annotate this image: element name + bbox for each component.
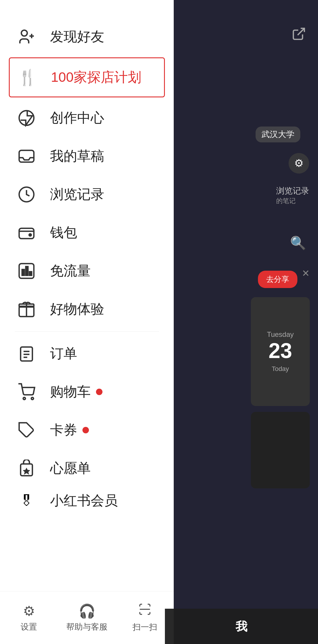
svg-line-0 [298,28,304,35]
menu-item-orders[interactable]: 订单 [0,335,174,373]
menu-item-wishlist[interactable]: 心愿单 [0,449,174,487]
cart-label: 购物车 [50,383,91,401]
free-data-label: 免流量 [50,262,91,280]
bottom-item-help[interactable]: 🎧 帮助与客服 [58,603,116,633]
menu-divider [15,331,159,332]
svg-point-1 [21,30,27,36]
membership-label: 小红书会员 [50,492,118,510]
bottom-bar: ⚙ 设置 🎧 帮助与客服 扫一扫 [0,591,174,644]
medal-icon: 🎖 [15,489,38,512]
lightning-icon [15,106,38,130]
menu-item-browse-history[interactable]: 浏览记录 [0,175,174,214]
gear-icon: ⚙ [23,603,35,619]
svg-rect-12 [29,272,32,276]
svg-rect-7 [19,228,34,239]
menu-item-my-drafts[interactable]: 我的草稿 [0,137,174,175]
menu-item-membership[interactable]: 🎖 小红书会员 [0,487,174,514]
svg-point-20 [23,397,26,400]
menu-item-free-data[interactable]: 免流量 [0,252,174,290]
browse-record-label: 浏览记录 的笔记 [276,185,309,205]
menu-item-find-friends[interactable]: 发现好友 [0,18,174,56]
orders-label: 订单 [50,345,77,363]
find-friends-label: 发现好友 [50,28,104,46]
gift-icon [15,297,38,321]
browse-history-label: 浏览记录 [50,185,104,204]
scan-label: 扫一扫 [132,622,157,633]
menu-item-coupons[interactable]: 卡券 [0,411,174,449]
explore-plan-label: 100家探店计划 [51,68,141,86]
svg-point-21 [31,397,34,400]
menu-panel: 发现好友 🍴 100家探店计划 创作中心 [0,0,174,644]
person-add-icon [15,25,38,49]
second-thumbnail [251,412,310,488]
external-link-button[interactable] [289,24,309,44]
coupons-label: 卡券 [50,421,77,439]
fork-knife-icon: 🍴 [16,66,39,89]
search-icon[interactable]: 🔍 [290,235,306,251]
svg-rect-10 [22,269,24,275]
menu-item-explore-plan[interactable]: 🍴 100家探店计划 [10,58,164,96]
calendar-thumbnail: Tuesday 23 Today [251,297,310,406]
menu-list: 发现好友 🍴 100家探店计划 创作中心 [0,0,174,573]
help-label: 帮助与客服 [66,621,107,633]
calendar-day-label: Tuesday [267,330,294,339]
good-experience-label: 好物体验 [50,300,104,318]
my-drafts-label: 我的草稿 [50,147,104,165]
wallet-label: 钱包 [50,224,77,242]
clock-icon [15,183,38,206]
share-button[interactable]: 去分享 [258,271,297,288]
svg-rect-11 [26,267,28,275]
inbox-icon [15,144,38,168]
headset-icon: 🎧 [79,603,95,619]
svg-point-8 [29,234,32,236]
wishlist-label: 心愿单 [50,459,91,477]
bag-star-icon [15,457,38,480]
menu-item-cart[interactable]: 购物车 [0,373,174,411]
menu-item-creation-center[interactable]: 创作中心 [0,99,174,137]
tab-me-label: 我 [236,618,247,635]
cart-badge [96,389,102,395]
coupons-badge [82,427,89,433]
scan-icon [138,603,152,619]
svg-marker-24 [23,468,30,475]
menu-item-wallet[interactable]: 钱包 [0,214,174,252]
cart-icon [15,380,38,404]
creation-center-label: 创作中心 [50,109,104,127]
close-button[interactable]: ✕ [302,268,310,279]
bottom-item-settings[interactable]: ⚙ 设置 [0,603,58,633]
calendar-day-number: 23 [269,339,292,363]
tab-me[interactable]: 我 [165,609,318,644]
right-gear-button[interactable]: ⚙ [289,153,309,174]
calendar-today-label: Today [272,365,289,373]
menu-item-good-experience[interactable]: 好物体验 [0,290,174,328]
tag-icon [15,418,38,442]
settings-label: 设置 [21,621,37,633]
clipboard-icon [15,342,38,365]
location-badge: 武汉大学 [256,127,300,142]
chart-bar-icon [15,259,38,283]
wallet-icon [15,221,38,244]
